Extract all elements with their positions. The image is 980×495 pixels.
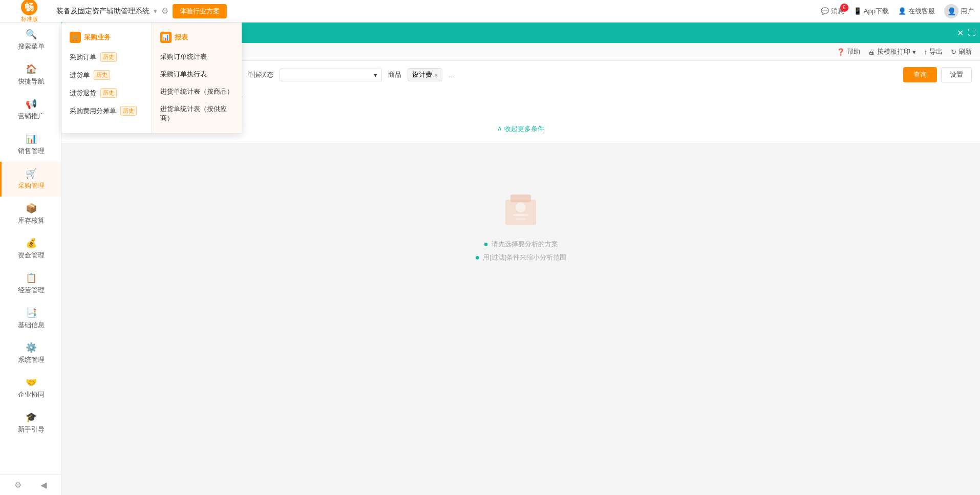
sidebar-item-search[interactable]: 🔍搜索菜单	[0, 23, 61, 57]
dropdown-purchase-item[interactable]: 进货退货历史	[61, 84, 152, 102]
sidebar-label-inventory: 库存核算	[18, 216, 45, 225]
sidebar-item-system[interactable]: ⚙️系统管理	[0, 336, 61, 371]
sidebar-item-guide[interactable]: 🎓新手引导	[0, 405, 61, 440]
collapse-label: 收起更多条件	[504, 124, 544, 134]
dropdown-purchase-item[interactable]: 进货单历史	[61, 66, 152, 84]
sidebar-item-basic[interactable]: 📑基础信息	[0, 301, 61, 336]
service-label: 在线客服	[908, 7, 935, 16]
sidebar-label-basic: 基础信息	[18, 320, 45, 330]
dropdown-purchase-item[interactable]: 采购费用分摊单历史	[61, 102, 152, 120]
sidebar-label-enterprise: 企业协同	[18, 390, 45, 399]
app-download-btn[interactable]: 📱 App下载	[854, 7, 889, 16]
gear-settings-btn[interactable]: ⚙	[161, 6, 168, 16]
sidebar-label-system: 系统管理	[18, 355, 45, 364]
dropdown-report-item[interactable]: 进货单统计表（按供应商）	[152, 100, 242, 127]
empty-tip-2-text: 用[过滤]条件来缩小分析范围	[483, 253, 566, 262]
goods-tag: 设计费 ×	[408, 68, 442, 81]
sidebar-label-sales: 销售管理	[18, 146, 45, 156]
sidebar-icon-basic: 📑	[26, 307, 37, 318]
report-section-title: 📊 报表	[152, 29, 242, 48]
goods-tag-value: 设计费	[412, 70, 432, 79]
dropdown-item-label: 采购订单	[70, 53, 96, 62]
sidebar-icon-system: ⚙️	[26, 342, 37, 353]
dropdown-item-label: 采购订单统计表	[160, 52, 207, 61]
sidebar-item-enterprise[interactable]: 🤝企业协同	[0, 371, 61, 405]
print-btn[interactable]: 🖨 按模板打印 ▾	[868, 47, 916, 56]
goods-dots[interactable]: ...	[449, 71, 454, 79]
collapse-sidebar-icon[interactable]: ◀	[40, 480, 47, 490]
svg-point-2	[516, 202, 526, 212]
help-icon: ❓	[837, 48, 845, 56]
history-tag: 历史	[94, 70, 110, 80]
app-icon: 📱	[854, 7, 862, 15]
sidebar-item-inventory[interactable]: 📦库存核算	[0, 197, 61, 231]
online-service-btn[interactable]: 👤 在线客服	[898, 7, 935, 16]
help-btn[interactable]: ❓ 帮助	[837, 47, 860, 56]
goods-tag-close-icon[interactable]: ×	[434, 72, 437, 78]
empty-tip-1-text: 请先选择要分析的方案	[492, 240, 558, 249]
sidebar-item-purchase[interactable]: 🛒采购管理	[0, 162, 61, 197]
dropdown-report-item[interactable]: 进货单统计表（按商品）	[152, 83, 242, 100]
dropdown-chevron-icon[interactable]: ▾	[154, 7, 157, 15]
doc-status-select[interactable]: ▾	[280, 69, 382, 81]
dropdown-report-item[interactable]: 采购订单统计表	[152, 48, 242, 66]
export-btn[interactable]: ↑ 导出	[924, 47, 943, 56]
sidebar-label-purchase: 采购管理	[18, 181, 45, 190]
logo[interactable]: 畅 标准版	[6, 0, 52, 23]
help-label: 帮助	[847, 47, 860, 56]
sidebar-item-operations[interactable]: 📋经营管理	[0, 266, 61, 301]
purchase-section-title: 🛒 采购业务	[61, 29, 152, 48]
purchase-section-label: 采购业务	[84, 33, 111, 42]
user-btn[interactable]: 👤 用户	[944, 4, 974, 18]
print-chevron-icon: ▾	[912, 48, 916, 56]
setting-btn[interactable]: 设置	[941, 67, 972, 82]
sidebar-icon-operations: 📋	[26, 272, 37, 284]
sidebar-bottom: ⚙ ◀	[0, 475, 61, 495]
empty-state: ● 请先选择要分析的方案 ● 用[过滤]条件来缩小分析范围	[61, 143, 980, 303]
sidebar-icon-marketing: 📢	[26, 98, 37, 110]
user-label: 用户	[961, 7, 974, 16]
print-label: 按模板打印	[877, 47, 910, 56]
filter-actions: 查询 设置	[903, 67, 972, 82]
empty-tip-2: ● 用[过滤]条件来缩小分析范围	[475, 253, 567, 262]
system-name: 装备及固定资产辅助管理系统	[56, 7, 150, 16]
refresh-btn[interactable]: ↻ 刷新	[951, 47, 972, 56]
message-badge: 6	[840, 4, 848, 12]
sidebar-icon-finance: 💰	[26, 238, 37, 249]
sidebar-icon-quick: 🏠	[26, 63, 37, 75]
sidebar-item-marketing[interactable]: 📢营销推广	[0, 92, 61, 127]
sidebar-label-marketing: 营销推广	[18, 112, 45, 121]
sidebar: 🔍搜索菜单🏠快捷导航📢营销推广📊销售管理🛒采购管理📦库存核算💰资金管理📋经营管理…	[0, 23, 61, 495]
purchase-section-icon: 🛒	[70, 32, 81, 43]
sidebar-label-search: 搜索菜单	[18, 42, 45, 51]
report-section-label: 报表	[175, 33, 188, 42]
purchase-section: 🛒 采购业务 采购订单历史进货单历史进货退货历史采购费用分摊单历史	[61, 23, 152, 133]
logo-text: 标准版	[21, 15, 38, 23]
dropdown-item-label: 进货退货	[70, 89, 96, 98]
refresh-label: 刷新	[958, 47, 972, 56]
sidebar-label-finance: 资金管理	[18, 251, 45, 260]
dropdown-report-item[interactable]: 采购订单执行表	[152, 66, 242, 83]
message-icon: 💬	[821, 7, 829, 15]
sidebar-label-operations: 经营管理	[18, 286, 45, 295]
sidebar-item-quick[interactable]: 🏠快捷导航	[0, 57, 61, 92]
dropdown-item-label: 进货单统计表（按供应商）	[160, 104, 234, 123]
empty-illustration	[495, 184, 546, 235]
sidebar-item-finance[interactable]: 💰资金管理	[0, 231, 61, 266]
message-btn[interactable]: 💬 消息 6	[821, 7, 844, 16]
settings-icon[interactable]: ⚙	[14, 480, 22, 490]
purchase-dropdown-menu: 🛒 采购业务 采购订单历史进货单历史进货退货历史采购费用分摊单历史 📊 报表 采…	[61, 23, 242, 133]
sidebar-item-sales[interactable]: 📊销售管理	[0, 127, 61, 162]
dropdown-item-label: 进货单	[70, 71, 90, 80]
expand-window-icon[interactable]: ⛶	[968, 28, 976, 37]
doc-status-chevron-icon: ▾	[374, 71, 377, 79]
sidebar-icon-inventory: 📦	[26, 203, 37, 214]
refresh-icon: ↻	[951, 48, 956, 56]
svg-rect-4	[516, 218, 526, 220]
close-window-icon[interactable]: ✕	[957, 28, 964, 38]
query-btn[interactable]: 查询	[903, 67, 937, 82]
dropdown-purchase-item[interactable]: 采购订单历史	[61, 48, 152, 66]
sidebar-icon-search: 🔍	[26, 29, 37, 40]
industry-btn[interactable]: 体验行业方案	[173, 4, 227, 18]
empty-tip-1: ● 请先选择要分析的方案	[483, 240, 558, 249]
